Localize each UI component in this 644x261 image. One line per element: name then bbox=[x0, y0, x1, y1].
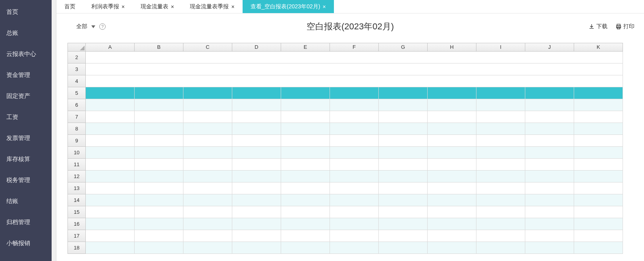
cell[interactable] bbox=[525, 147, 574, 159]
row-header[interactable]: 17 bbox=[67, 230, 86, 242]
sidebar-item-assets[interactable]: 固定资产 bbox=[0, 86, 52, 107]
cell[interactable] bbox=[574, 218, 623, 230]
cell[interactable] bbox=[476, 242, 525, 254]
cell[interactable] bbox=[183, 147, 232, 159]
cell[interactable] bbox=[135, 135, 183, 147]
cell[interactable] bbox=[379, 159, 428, 171]
row-header[interactable]: 3 bbox=[67, 63, 86, 75]
row-header[interactable]: 8 bbox=[67, 123, 86, 135]
cell[interactable] bbox=[232, 159, 281, 171]
cell[interactable] bbox=[86, 99, 135, 111]
column-header[interactable]: C bbox=[183, 43, 232, 52]
cell[interactable] bbox=[525, 206, 574, 218]
tab-profit-quarter[interactable]: 利润表季报 × bbox=[83, 0, 133, 13]
cell[interactable] bbox=[476, 218, 525, 230]
cell[interactable] bbox=[183, 218, 232, 230]
cell[interactable] bbox=[379, 63, 428, 75]
cell[interactable] bbox=[135, 194, 183, 206]
cell[interactable] bbox=[86, 135, 135, 147]
cell[interactable] bbox=[476, 123, 525, 135]
cell[interactable] bbox=[379, 147, 428, 159]
row-header[interactable]: 13 bbox=[67, 182, 86, 194]
download-button[interactable]: 下载 bbox=[588, 23, 607, 30]
close-icon[interactable]: × bbox=[171, 4, 174, 10]
cell[interactable] bbox=[135, 206, 183, 218]
cell[interactable] bbox=[476, 206, 525, 218]
cell[interactable] bbox=[428, 218, 476, 230]
cell[interactable] bbox=[183, 159, 232, 171]
cell[interactable] bbox=[379, 230, 428, 242]
row-header[interactable]: 16 bbox=[67, 218, 86, 230]
cell[interactable] bbox=[476, 63, 525, 75]
cell[interactable] bbox=[428, 147, 476, 159]
cell[interactable] bbox=[135, 147, 183, 159]
cell[interactable] bbox=[525, 218, 574, 230]
cell[interactable] bbox=[86, 218, 135, 230]
cell[interactable] bbox=[183, 194, 232, 206]
cell[interactable] bbox=[428, 99, 476, 111]
cell[interactable] bbox=[476, 171, 525, 182]
cell[interactable] bbox=[379, 194, 428, 206]
help-icon[interactable]: ? bbox=[99, 23, 106, 30]
cell[interactable] bbox=[330, 63, 379, 75]
filter-dropdown[interactable]: 全部 ? bbox=[76, 23, 106, 30]
cell[interactable] bbox=[574, 171, 623, 182]
cell[interactable] bbox=[379, 99, 428, 111]
cell[interactable] bbox=[281, 111, 330, 123]
cell[interactable] bbox=[135, 159, 183, 171]
sidebar-item-expense[interactable]: 小畅报销 bbox=[0, 233, 52, 254]
cell[interactable] bbox=[330, 99, 379, 111]
cell[interactable] bbox=[86, 123, 135, 135]
cell[interactable] bbox=[574, 206, 623, 218]
cell[interactable] bbox=[232, 194, 281, 206]
cell[interactable] bbox=[428, 111, 476, 123]
cell[interactable] bbox=[183, 135, 232, 147]
row-header[interactable]: 4 bbox=[67, 75, 86, 87]
cell[interactable] bbox=[281, 159, 330, 171]
row-header[interactable]: 11 bbox=[67, 159, 86, 171]
cell[interactable] bbox=[428, 63, 476, 75]
row-header[interactable]: 2 bbox=[67, 52, 86, 63]
row-header[interactable]: 14 bbox=[67, 194, 86, 206]
cell[interactable] bbox=[281, 182, 330, 194]
cell[interactable] bbox=[86, 242, 135, 254]
cell[interactable] bbox=[232, 171, 281, 182]
sidebar-item-closing[interactable]: 结账 bbox=[0, 191, 52, 212]
cell[interactable] bbox=[183, 63, 232, 75]
cell[interactable] bbox=[428, 135, 476, 147]
cell[interactable] bbox=[86, 206, 135, 218]
cell[interactable] bbox=[476, 99, 525, 111]
tab-cashflow-quarter[interactable]: 现金流量表季报 × bbox=[182, 0, 242, 13]
cell[interactable] bbox=[574, 123, 623, 135]
cell[interactable] bbox=[330, 159, 379, 171]
cell[interactable] bbox=[379, 182, 428, 194]
cell[interactable] bbox=[232, 87, 281, 99]
cell[interactable] bbox=[135, 230, 183, 242]
cell[interactable] bbox=[476, 111, 525, 123]
cell[interactable] bbox=[428, 52, 476, 63]
cell[interactable] bbox=[574, 135, 623, 147]
column-header[interactable]: B bbox=[135, 43, 183, 52]
cell[interactable] bbox=[281, 194, 330, 206]
cell[interactable] bbox=[525, 242, 574, 254]
sidebar-item-home[interactable]: 首页 bbox=[0, 2, 52, 23]
cell[interactable] bbox=[135, 242, 183, 254]
cell[interactable] bbox=[330, 123, 379, 135]
cell[interactable] bbox=[330, 52, 379, 63]
cell[interactable] bbox=[525, 171, 574, 182]
cell[interactable] bbox=[574, 75, 623, 87]
row-header[interactable]: 10 bbox=[67, 147, 86, 159]
cell[interactable] bbox=[183, 242, 232, 254]
cell[interactable] bbox=[86, 194, 135, 206]
cell[interactable] bbox=[525, 194, 574, 206]
cell[interactable] bbox=[330, 75, 379, 87]
close-icon[interactable]: × bbox=[231, 4, 234, 10]
select-all-corner[interactable] bbox=[67, 43, 86, 52]
column-header[interactable]: D bbox=[232, 43, 281, 52]
cell[interactable] bbox=[379, 123, 428, 135]
cell[interactable] bbox=[183, 52, 232, 63]
cell[interactable] bbox=[183, 230, 232, 242]
cell[interactable] bbox=[525, 123, 574, 135]
cell[interactable] bbox=[379, 52, 428, 63]
sidebar-item-archive[interactable]: 归档管理 bbox=[0, 212, 52, 233]
